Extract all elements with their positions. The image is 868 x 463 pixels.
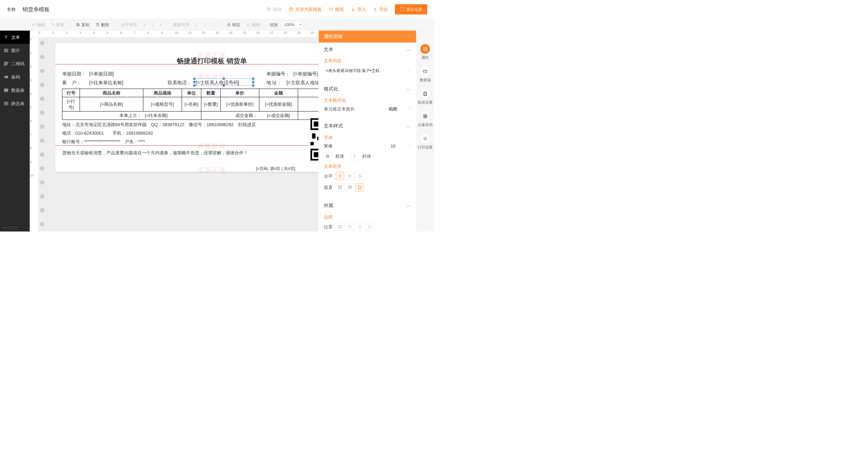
sidebar-item-image[interactable]: 图片	[0, 44, 30, 57]
page-title[interactable]: 畅捷通打印模板 销货单	[177, 56, 247, 66]
h-align-right-button[interactable]	[356, 172, 364, 180]
h-align-left-button[interactable]	[336, 172, 344, 180]
section-dots	[40, 41, 45, 226]
section-text-header[interactable]: 文本︿	[319, 42, 416, 56]
rail-tab-layout[interactable]: 元素布局	[418, 112, 433, 127]
field-customer-value[interactable]: [=往来单位名称]	[89, 80, 123, 86]
italic-button[interactable]: I	[351, 152, 359, 160]
exit-fullscreen-button[interactable]: 退出全屏	[395, 4, 427, 14]
panel-collapse-icon[interactable]: 〉	[407, 34, 411, 39]
sidebar-item-barcode[interactable]: 条码	[0, 70, 30, 84]
footer-line3[interactable]: 银行账号：********************* 户名：****	[62, 138, 145, 145]
field-addr-label[interactable]: 地 址：	[266, 80, 282, 86]
border-bottom-button[interactable]	[366, 223, 374, 231]
v-align-middle-button[interactable]	[346, 183, 354, 191]
v-align-top-button[interactable]	[336, 183, 344, 191]
selected-element[interactable]: [=主联系人电话号码]	[194, 79, 254, 86]
text-content-input[interactable]: =表头表尾详细字段.客户•主联.⋮	[324, 67, 411, 75]
watermark-footer: 页脚区域	[198, 166, 226, 174]
font-size-select[interactable]: 10﹀	[391, 143, 411, 149]
h-align-label: 水平对齐	[119, 21, 140, 28]
toolbar: ↶撤销 ↷恢复 复制 删除 水平对齐 ⦀ ⌶ ⦀ 垂直对齐 ⌶ ⌶ ⌶ 锁定 解…	[0, 19, 434, 31]
import-button[interactable]: 导入	[351, 6, 366, 13]
sidebar-item-qrcode[interactable]: 二维码	[0, 57, 30, 70]
save-button[interactable]: 保存	[267, 6, 282, 13]
field-docno-label[interactable]: 单据编号：	[266, 71, 290, 77]
more-icon[interactable]: ⋮	[407, 68, 411, 73]
chevron-down-icon: ﹀	[408, 144, 411, 149]
border-right-button[interactable]	[356, 223, 364, 231]
border-all-button[interactable]	[336, 223, 344, 231]
summary-left-label: 本单上欠：	[80, 112, 143, 120]
data-table[interactable]: 行号商品名称商品规格单位数量单价金额备注 [=行号][=商品名称][=规格型号]…	[62, 89, 319, 120]
align-right-button[interactable]: ⦀	[157, 21, 164, 28]
rail-tab-print[interactable]: 打印设置	[418, 134, 433, 150]
svg-rect-28	[311, 149, 319, 151]
field-phone-label[interactable]: 联系电话：	[168, 80, 191, 86]
section-style-header[interactable]: 文本样式︿	[319, 119, 416, 133]
align-center-button[interactable]: ⌶	[149, 21, 156, 28]
field-phone-value[interactable]: [=主联系人电话号码]	[196, 80, 239, 86]
import-icon	[351, 7, 355, 12]
field-date-label[interactable]: 单据日期：	[62, 71, 86, 77]
chevron-down-icon: ﹀	[408, 107, 411, 112]
svg-rect-63	[368, 226, 371, 228]
footer-line4[interactable]: 货物当天请验收清楚，产品质量问题请在一个月内退换，逾期概不负责，还望谅解，谢谢合…	[62, 149, 248, 157]
field-docno-value[interactable]: [=单据编号]	[294, 71, 318, 77]
svg-rect-22	[314, 122, 319, 127]
footer-line1[interactable]: 地址：北京市海淀区北清路68号用友软件园 QQ：393879122 微信号：18…	[62, 121, 256, 128]
sidebar-item-statictable[interactable]: 静态表	[0, 97, 30, 110]
section-appearance-header[interactable]: 外观︿	[319, 199, 416, 212]
gear-icon	[420, 134, 430, 143]
v-align-bottom-button[interactable]	[356, 183, 364, 191]
delete-button[interactable]: 删除	[93, 21, 112, 28]
undo-button[interactable]: ↶撤销	[30, 21, 48, 28]
summary-right-label: 成交金额：	[201, 112, 259, 120]
unlock-button[interactable]: 解锁	[244, 21, 263, 28]
rail-tab-properties[interactable]: 属性	[420, 44, 430, 60]
redo-button[interactable]: ↷恢复	[49, 21, 67, 28]
lock-icon	[227, 22, 231, 27]
svg-rect-64	[423, 47, 427, 51]
zoom-select[interactable]: 100%	[282, 21, 304, 28]
border-top-button[interactable]	[346, 223, 354, 231]
ruler-corner	[30, 31, 39, 38]
text-content-label: 文本内容	[324, 58, 411, 64]
lock-button[interactable]: 锁定	[224, 21, 243, 28]
rail-tab-paper[interactable]: 纸张设置	[418, 89, 433, 105]
v-align-label: 垂直	[324, 184, 333, 190]
canvas-area[interactable]: 01234567891011121314151617181920212223 0…	[30, 31, 319, 231]
page-canvas[interactable]: 页眉区域 表头区域 表尾区域 页脚区域 畅捷通打印模板 销货单 单据日期： [=…	[55, 44, 319, 172]
page-code[interactable]: [=页码: 第n页 | 共n页]	[256, 165, 295, 172]
font-family-select[interactable]: 宋体﹀	[324, 143, 387, 149]
datasource-icon	[420, 67, 430, 76]
field-addr-value[interactable]: [=主联系人地址]	[287, 80, 319, 86]
chevron-down-icon: ﹀	[384, 144, 387, 149]
border-label: 边框	[324, 214, 411, 220]
qr-code[interactable]	[311, 118, 319, 161]
rail-tab-datasource[interactable]: 数据源	[420, 67, 431, 83]
bold-button[interactable]: B	[324, 152, 332, 160]
sidebar-item-text[interactable]: 文本	[0, 31, 30, 44]
h-align-center-button[interactable]	[346, 172, 354, 180]
copy-button[interactable]: 复制	[73, 21, 92, 28]
align-left-button[interactable]: ⦀	[141, 21, 148, 28]
field-date-value[interactable]: [=单据日期]	[89, 71, 114, 77]
export-button[interactable]: 导出	[373, 6, 388, 13]
section-format-header[interactable]: 格式化︿	[319, 82, 416, 96]
template-name[interactable]: 销货单模板	[22, 5, 50, 13]
barcode-icon	[4, 75, 9, 80]
align-top-button[interactable]: ⌶	[193, 21, 200, 28]
right-rail: 属性 数据源 纸张设置 元素布局 打印设置	[416, 31, 434, 231]
preview-button[interactable]: 预览	[329, 6, 344, 13]
footer-line2[interactable]: 电话：010-62430001 手机：18910888292	[62, 129, 153, 137]
overflow-select[interactable]: 截断﹀	[389, 106, 411, 112]
sidebar-item-datatable[interactable]: 数据表	[0, 84, 30, 97]
align-middle-button[interactable]: ⌶	[202, 21, 209, 28]
field-customer-label[interactable]: 客 户：	[62, 80, 81, 86]
undo-icon: ↶	[32, 22, 36, 27]
chevron-up-icon: ︿	[406, 123, 411, 129]
align-bottom-button[interactable]: ⌶	[210, 21, 217, 28]
save-as-button[interactable]: 另存为新模板	[289, 6, 322, 13]
horizontal-ruler: 01234567891011121314151617181920212223	[39, 31, 319, 38]
